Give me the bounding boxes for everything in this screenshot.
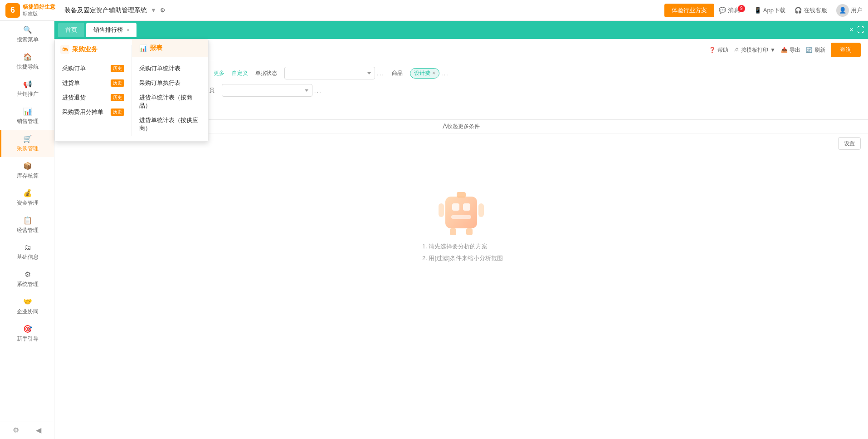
sidebar-label-navigation: 快捷导航 xyxy=(17,63,39,71)
sidebar-item-basic[interactable]: 🗂 基础信息 xyxy=(0,239,54,266)
sidebar-item-search[interactable]: 🔍 搜索菜单 xyxy=(0,21,54,48)
purchase-col-title-text: 采购业务 xyxy=(72,45,98,54)
sidebar-item-guide[interactable]: 🎯 新手引导 xyxy=(0,320,54,347)
sidebar-item-sales[interactable]: 📊 销售管理 xyxy=(0,103,54,130)
inventory-icon: 📦 xyxy=(23,162,32,170)
empty-tip-1: 请先选择要分析的方案 xyxy=(429,241,502,252)
receipt-label: 进货单 xyxy=(62,79,80,87)
purchase-col-title: 🛍 采购业务 xyxy=(60,45,126,57)
menu-item-receipt-stat-goods[interactable]: 进货单统计表（按商品） xyxy=(137,90,203,113)
messages-btn[interactable]: 💬 消息 9 xyxy=(719,6,745,15)
svg-rect-7 xyxy=(450,228,456,235)
home-tab-label: 首页 xyxy=(65,26,77,34)
date-preset-custom[interactable]: 自定义 xyxy=(232,69,248,77)
operations-icon: 📋 xyxy=(23,216,32,225)
query-btn[interactable]: 查询 xyxy=(831,43,861,57)
goods-area: 设计费 × ... xyxy=(410,68,449,79)
menu-item-return[interactable]: 进货退货 历史 xyxy=(60,90,126,105)
system-icon: ⚙ xyxy=(24,270,31,279)
sidebar-item-system[interactable]: ⚙ 系统管理 xyxy=(0,266,54,293)
dropdown-arrow-icon[interactable]: ▼ xyxy=(151,7,156,14)
report-col-title: 📊 报表 xyxy=(132,39,209,57)
help-icon: ❓ xyxy=(709,47,716,53)
print-btn[interactable]: 🖨 按模板打印 ▼ xyxy=(734,46,775,54)
empty-state: 请先选择要分析的方案 用[过滤]条件来缩小分析范围 xyxy=(54,153,868,301)
purchase-dropdown-menu: 🛍 采购业务 采购订单 历史 进货单 历史 进货退货 历史 采购费用分摊单 历史… xyxy=(54,39,209,142)
collapse-label: 收起更多条件 xyxy=(447,123,480,130)
sidebar-label-guide: 新手引导 xyxy=(17,335,39,343)
receipt-stat-supplier-label: 进货单统计表（按供应商） xyxy=(139,116,201,133)
menu-item-receipt[interactable]: 进货单 历史 xyxy=(60,76,126,90)
report-col: 📊 报表 采购订单统计表 采购订单执行表 进货单统计表（按商品） 进货单统计表（… xyxy=(132,45,209,136)
sidebar-label-sales: 销售管理 xyxy=(17,118,39,125)
expense-label: 采购费用分摊单 xyxy=(62,108,103,116)
sales-icon: 📊 xyxy=(23,107,32,116)
top-bar: 6 畅捷通好生意 标准版 装备及固定资产辅助管理系统 ▼ ⚙ 体验行业方案 💬 … xyxy=(0,0,868,21)
sidebar-item-collab[interactable]: 🤝 企业协同 xyxy=(0,293,54,320)
doc-status-select[interactable] xyxy=(284,67,375,79)
history-badge-3[interactable]: 历史 xyxy=(111,94,124,101)
messages-badge: 9 xyxy=(738,5,745,12)
app-download-btn[interactable]: 📱 App下载 xyxy=(754,6,785,15)
goods-tag-remove[interactable]: × xyxy=(432,70,435,76)
industry-btn[interactable]: 体验行业方案 xyxy=(664,4,714,17)
settings-icon[interactable]: ⚙ xyxy=(160,7,166,14)
sys-title-area: 装备及固定资产辅助管理系统 ▼ ⚙ xyxy=(64,6,660,15)
service-label: 在线客服 xyxy=(804,6,827,15)
sidebar-label-collab: 企业协同 xyxy=(17,308,39,316)
tab-close-btn[interactable]: × xyxy=(849,26,853,34)
help-btn[interactable]: ❓ 帮助 xyxy=(709,46,728,54)
sidebar-item-operations[interactable]: 📋 经营管理 xyxy=(0,212,54,239)
tab-sales-ranking[interactable]: 销售排行榜 × xyxy=(86,23,137,37)
sidebar-item-navigation[interactable]: 🏠 快捷导航 xyxy=(0,48,54,75)
svg-rect-3 xyxy=(451,215,471,219)
tab-expand-btn[interactable]: ⛶ xyxy=(857,26,864,34)
tab-home[interactable]: 首页 xyxy=(58,23,84,37)
purchase-order-label: 采购订单 xyxy=(62,64,86,73)
sidebar-item-marketing[interactable]: 📢 营销推广 xyxy=(0,75,54,103)
menu-item-purchase-order[interactable]: 采购订单 历史 xyxy=(60,61,126,76)
goods-label: 商品 xyxy=(392,69,403,77)
logo-line1: 畅捷通好生意 xyxy=(23,4,55,11)
home-icon: 🏠 xyxy=(23,53,32,61)
return-label: 进货退货 xyxy=(62,94,86,102)
setting-btn[interactable]: 设置 xyxy=(838,137,861,150)
logo-line2: 标准版 xyxy=(23,10,55,17)
sidebar-item-finance[interactable]: 💰 资金管理 xyxy=(0,184,54,212)
collapse-icon[interactable]: ◀ xyxy=(36,426,41,434)
sidebar-label-search: 搜索菜单 xyxy=(17,36,39,44)
sidebar-item-inventory[interactable]: 📦 库存核算 xyxy=(0,157,54,184)
menu-item-receipt-stat-supplier[interactable]: 进货单统计表（按供应商） xyxy=(137,113,203,136)
purchase-icon: 🛒 xyxy=(23,134,32,143)
print-dropdown-icon[interactable]: ▼ xyxy=(770,47,775,53)
sidebar-label-marketing: 营销推广 xyxy=(17,90,39,98)
doc-status-dots[interactable]: ... xyxy=(377,70,385,77)
doc-status-label: 单据状态 xyxy=(255,69,277,77)
sidebar-label-operations: 经营管理 xyxy=(17,227,39,234)
user-btn[interactable]: 👤 用户 xyxy=(836,4,863,17)
headset-icon: 🎧 xyxy=(795,7,802,14)
settings-bottom-icon[interactable]: ⚙ xyxy=(13,426,19,434)
marketing-icon: 📢 xyxy=(23,80,32,89)
history-badge-2[interactable]: 历史 xyxy=(111,79,124,87)
export-label: 导出 xyxy=(790,46,800,54)
menu-item-order-stat[interactable]: 采购订单统计表 xyxy=(137,61,203,76)
menu-item-order-exec[interactable]: 采购订单执行表 xyxy=(137,76,203,90)
goods-dots[interactable]: ... xyxy=(441,70,449,77)
report-col-title-text: 报表 xyxy=(150,44,162,52)
history-badge-4[interactable]: 历史 xyxy=(111,109,124,116)
svg-rect-6 xyxy=(478,203,484,217)
tab-close-icon[interactable]: × xyxy=(127,27,129,33)
salesperson-dots[interactable]: ... xyxy=(314,87,322,94)
export-btn[interactable]: 📤 导出 xyxy=(781,46,800,54)
online-service-btn[interactable]: 🎧 在线客服 xyxy=(795,6,827,15)
tab-bar: 首页 销售排行榜 × × ⛶ xyxy=(54,21,868,39)
collapse-icon-up: ⋀ xyxy=(443,123,447,130)
search-icon: 🔍 xyxy=(23,25,32,34)
sidebar-item-purchase[interactable]: 🛒 采购管理 xyxy=(0,130,54,157)
history-badge-1[interactable]: 历史 xyxy=(111,65,124,72)
refresh-btn[interactable]: 🔄 刷新 xyxy=(806,46,825,54)
menu-item-expense[interactable]: 采购费用分摊单 历史 xyxy=(60,105,126,119)
date-preset-more[interactable]: 更多 xyxy=(214,69,224,77)
salesperson-select[interactable] xyxy=(222,84,312,97)
